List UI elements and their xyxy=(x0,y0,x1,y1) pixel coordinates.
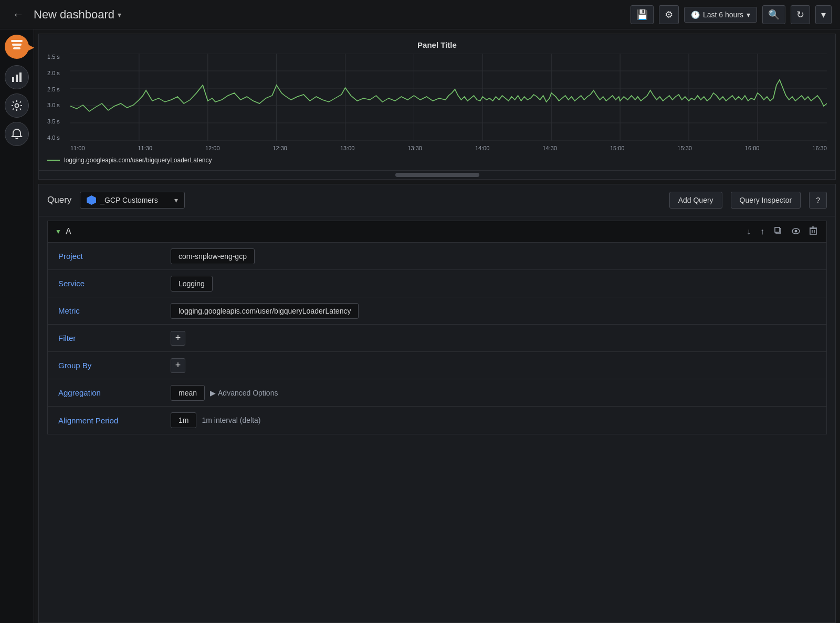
filter-value-container: + xyxy=(163,326,826,351)
query-block-actions: ↓ ↑ xyxy=(744,225,819,238)
datasource-selector[interactable]: _GCP Customers ▾ xyxy=(80,192,185,209)
advanced-options-label: Advanced Options xyxy=(218,389,278,397)
time-range-label: Last 6 hours xyxy=(703,11,743,19)
refresh-button[interactable]: ↻ xyxy=(791,5,810,24)
metric-value-container: logging.googleapis.com/user/bigqueryLoad… xyxy=(163,298,826,324)
svg-rect-2 xyxy=(19,72,22,82)
help-button[interactable]: ? xyxy=(809,192,827,209)
save-button[interactable]: 💾 xyxy=(631,5,654,24)
move-up-icon[interactable]: ↑ xyxy=(758,226,766,237)
query-label: Query xyxy=(47,195,71,205)
chart-scrollbar[interactable] xyxy=(38,171,836,180)
line-chart-svg xyxy=(70,54,827,141)
logo-line-3 xyxy=(13,47,20,49)
add-query-button[interactable]: Add Query xyxy=(669,192,722,209)
settings-button[interactable]: ⚙ xyxy=(659,5,679,24)
field-row-alignment: Alignment Period 1m 1m interval (delta) xyxy=(48,407,826,434)
field-row-groupby: Group By + xyxy=(48,352,826,379)
chart-svg xyxy=(70,54,827,141)
sidebar: ▶ xyxy=(0,29,34,623)
metric-value[interactable]: logging.googleapis.com/user/bigqueryLoad… xyxy=(171,303,359,319)
query-section: Query _GCP Customers ▾ Add Query Query I… xyxy=(38,184,836,623)
legend-color-indicator xyxy=(47,160,60,161)
logo-line-1 xyxy=(11,40,23,42)
search-button[interactable]: 🔍 xyxy=(762,5,785,24)
project-value-container: com-snplow-eng-gcp xyxy=(163,243,826,269)
svg-rect-21 xyxy=(775,227,780,232)
query-fields: Project com-snplow-eng-gcp Service Loggi… xyxy=(48,243,826,434)
aggregation-label: Aggregation xyxy=(48,382,163,403)
query-block-label: A xyxy=(66,227,740,236)
toggle-visibility-icon[interactable] xyxy=(790,226,802,237)
scrollbar-thumb[interactable] xyxy=(395,173,479,177)
more-button[interactable]: ▾ xyxy=(815,5,832,24)
time-range-picker[interactable]: 🕐 Last 6 hours ▾ xyxy=(684,7,757,23)
svg-rect-24 xyxy=(810,229,816,234)
groupby-value-container: + xyxy=(163,353,826,378)
sidebar-expand-arrow: ▶ xyxy=(28,42,34,52)
svg-point-23 xyxy=(795,230,797,233)
content-area: Panel Title 4.0 s 3.5 s 3.0 s 2.5 s 2.0 … xyxy=(34,29,840,623)
main-layout: ▶ Panel Title xyxy=(0,29,840,623)
filter-label: Filter xyxy=(48,327,163,349)
svg-rect-1 xyxy=(16,75,18,82)
chart-area: 4.0 s 3.5 s 3.0 s 2.5 s 2.0 s 1.5 s xyxy=(47,54,827,153)
advanced-options-link[interactable]: ▶ Advanced Options xyxy=(210,389,278,397)
query-block-a: ▼ A ↓ ↑ xyxy=(47,221,827,434)
logo-line-2 xyxy=(12,44,22,46)
grafana-logo[interactable]: ▶ xyxy=(5,35,29,59)
datasource-name: _GCP Customers xyxy=(100,196,158,204)
chart-x-labels: 11:00 11:30 12:00 12:30 13:00 13:30 14:0… xyxy=(70,143,827,153)
top-nav: ← New dashboard ▾ 💾 ⚙ 🕐 Last 6 hours ▾ 🔍… xyxy=(0,0,840,29)
query-inspector-button[interactable]: Query Inspector xyxy=(731,192,801,209)
duplicate-icon[interactable] xyxy=(772,225,784,238)
move-down-icon[interactable]: ↓ xyxy=(744,226,753,237)
aggregation-value[interactable]: mean xyxy=(171,385,205,401)
delete-query-icon[interactable] xyxy=(807,225,819,238)
aggregation-value-container: mean ▶ Advanced Options xyxy=(163,380,826,406)
metric-label: Metric xyxy=(48,300,163,321)
sidebar-item-dashboards[interactable] xyxy=(5,65,29,89)
time-range-chevron: ▾ xyxy=(747,11,750,19)
filter-add-button[interactable]: + xyxy=(171,331,185,346)
sidebar-item-configuration[interactable] xyxy=(5,94,29,118)
svg-rect-0 xyxy=(12,77,14,82)
groupby-label: Group By xyxy=(48,355,163,376)
chart-panel: Panel Title 4.0 s 3.5 s 3.0 s 2.5 s 2.0 … xyxy=(38,34,836,171)
service-value-container: Logging xyxy=(163,271,826,297)
chart-y-labels: 4.0 s 3.5 s 3.0 s 2.5 s 2.0 s 1.5 s xyxy=(47,54,70,141)
chart-legend: logging.googleapis.com/user/bigqueryLoad… xyxy=(47,157,827,164)
field-row-project: Project com-snplow-eng-gcp xyxy=(48,243,826,270)
bell-icon xyxy=(11,128,23,140)
project-value[interactable]: com-snplow-eng-gcp xyxy=(171,248,255,264)
sidebar-item-alerting[interactable] xyxy=(5,122,29,146)
chart-icon xyxy=(11,71,23,83)
field-row-service: Service Logging xyxy=(48,270,826,297)
legend-text: logging.googleapis.com/user/bigqueryLoad… xyxy=(64,157,212,164)
svg-point-3 xyxy=(15,104,19,108)
query-block-header: ▼ A ↓ ↑ xyxy=(48,221,826,243)
datasource-chevron: ▾ xyxy=(174,196,178,204)
gear-icon xyxy=(11,100,23,111)
service-label: Service xyxy=(48,273,163,294)
alignment-desc: 1m interval (delta) xyxy=(202,416,260,424)
field-row-filter: Filter + xyxy=(48,325,826,352)
alignment-value-container: 1m 1m interval (delta) xyxy=(163,407,826,433)
title-chevron[interactable]: ▾ xyxy=(118,11,121,19)
alignment-value[interactable]: 1m xyxy=(171,412,196,428)
service-value[interactable]: Logging xyxy=(171,276,213,292)
project-label: Project xyxy=(48,245,163,267)
chart-title: Panel Title xyxy=(47,40,827,49)
collapse-arrow[interactable]: ▼ xyxy=(55,228,61,235)
alignment-label: Alignment Period xyxy=(48,410,163,431)
groupby-add-button[interactable]: + xyxy=(171,358,185,373)
back-button[interactable]: ← xyxy=(8,6,28,24)
query-header: Query _GCP Customers ▾ Add Query Query I… xyxy=(39,184,835,216)
field-row-aggregation: Aggregation mean ▶ Advanced Options xyxy=(48,379,826,407)
datasource-icon xyxy=(87,195,96,205)
field-row-metric: Metric logging.googleapis.com/user/bigqu… xyxy=(48,297,826,325)
advanced-options-arrow: ▶ xyxy=(210,389,216,397)
time-icon: 🕐 xyxy=(691,11,700,19)
dashboard-title: New dashboard ▾ xyxy=(34,8,121,22)
